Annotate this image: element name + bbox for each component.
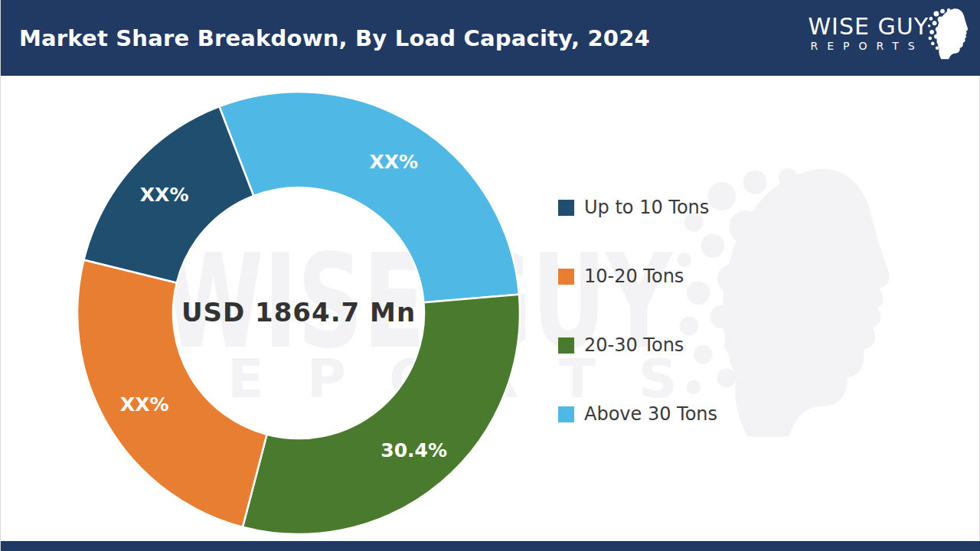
brand-logo: WISE GUY REPORTS [808,6,970,60]
legend-item: 20-30 Tons [558,335,717,355]
brand-subtitle: REPORTS [810,40,923,52]
slice-value-label: XX% [370,151,419,173]
legend-label: Above 30 Tons [584,403,717,425]
donut-slice [243,295,520,534]
header-bar: Market Share Breakdown, By Load Capacity… [1,0,980,76]
chart-legend: Up to 10 Tons10-20 Tons20-30 TonsAbove 3… [558,197,717,473]
legend-label: 20-30 Tons [584,334,684,356]
legend-label: Up to 10 Tons [584,197,709,218]
legend-item: Above 30 Tons [558,404,717,424]
legend-item: Up to 10 Tons [558,197,717,217]
report-image-page: WISE GUY REPORTS XX%30.4%XX%XX% USD 1864… [0,0,980,551]
slice-value-label: 30.4% [381,439,447,461]
slice-value-label: XX% [120,393,169,416]
brand-face-icon [926,6,970,60]
legend-swatch [558,200,574,216]
legend-item: 10-20 Tons [558,266,717,286]
page-title: Market Share Breakdown, By Load Capacity… [1,25,650,51]
legend-swatch [558,406,574,422]
footer-bar [1,541,980,551]
legend-label: 10-20 Tons [584,266,684,287]
chart-center-value: USD 1864.7 Mn [181,297,416,328]
legend-swatch [558,337,574,354]
donut-slice [219,92,519,302]
slice-value-label: XX% [140,184,189,206]
brand-name: WISE GUY [808,14,929,39]
legend-swatch [558,269,574,285]
